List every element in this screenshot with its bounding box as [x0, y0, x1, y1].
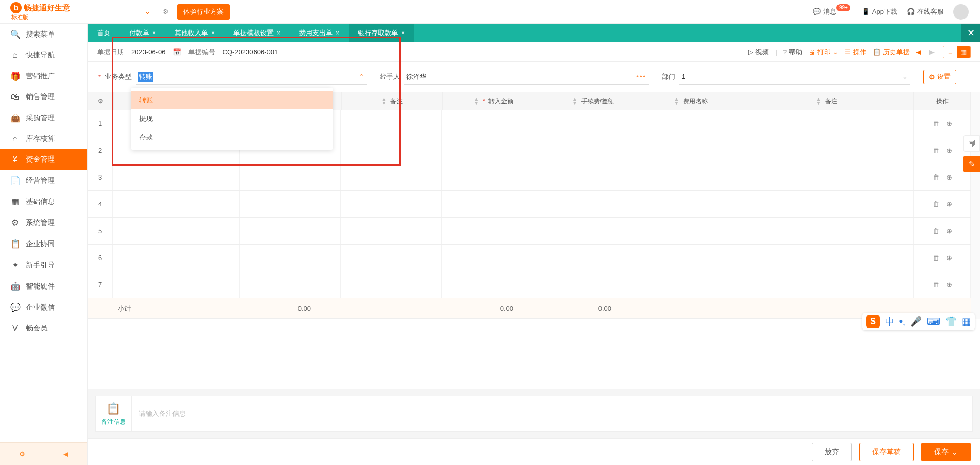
help-link[interactable]: ? 帮助	[783, 47, 802, 57]
card-view-icon[interactable]: ▦	[957, 46, 970, 58]
cell[interactable]	[543, 137, 641, 164]
sidebar-item-6[interactable]: ¥资金管理	[0, 149, 87, 170]
sidebar-item-8[interactable]: ▦基础信息	[0, 191, 87, 212]
cell[interactable]	[341, 110, 442, 137]
add-row-icon[interactable]: ⊕	[946, 120, 952, 127]
sidebar-item-1[interactable]: ⌂快捷导航	[0, 45, 87, 66]
add-row-icon[interactable]: ⊕	[946, 147, 952, 154]
cell[interactable]	[641, 137, 739, 164]
sidebar-item-14[interactable]: V畅会员	[0, 318, 87, 339]
cell[interactable]	[739, 271, 914, 298]
cell[interactable]	[641, 110, 739, 137]
close-icon[interactable]: ×	[211, 29, 215, 37]
cell[interactable]	[739, 245, 914, 271]
cell[interactable]	[113, 191, 240, 217]
history-button[interactable]: 📋 历史单据	[873, 47, 910, 57]
col-fee-name[interactable]: ▲▼费用名称	[642, 92, 740, 110]
close-icon[interactable]: ×	[277, 29, 280, 37]
avatar[interactable]	[953, 4, 969, 20]
cell[interactable]	[341, 191, 442, 217]
cell[interactable]	[641, 164, 739, 190]
add-row-icon[interactable]: ⊕	[946, 281, 952, 288]
close-icon[interactable]: ×	[152, 29, 156, 37]
cell[interactable]	[442, 191, 543, 217]
cell[interactable]	[113, 271, 240, 298]
cell[interactable]	[240, 245, 341, 271]
tab-3[interactable]: 单据模板设置×	[224, 24, 290, 42]
collapse-icon[interactable]: ◀	[63, 450, 68, 458]
cell[interactable]	[442, 271, 543, 298]
biz-type-select[interactable]: 转账 ⌃	[136, 69, 367, 85]
ime-skin-icon[interactable]: 👕	[945, 316, 957, 327]
biz-type-option-0[interactable]: 转账	[131, 91, 333, 109]
gear-icon[interactable]: ⚙	[157, 8, 174, 15]
tab-5[interactable]: 银行存取款单×	[349, 24, 414, 42]
save-button[interactable]: 保存⌄	[921, 443, 971, 461]
app-download-button[interactable]: 📱 App下载	[862, 7, 897, 17]
sidebar-item-5[interactable]: ⌂库存核算	[0, 129, 87, 149]
cell[interactable]	[641, 218, 739, 244]
rail-button-2[interactable]: ✎	[963, 156, 980, 172]
cell[interactable]	[543, 218, 641, 244]
sidebar-item-10[interactable]: 📋企业协同	[0, 233, 87, 254]
col-fee-diff[interactable]: ▲▼手续费/差额	[544, 92, 642, 110]
sidebar-item-4[interactable]: 👜采购管理	[0, 107, 87, 129]
cell[interactable]	[113, 245, 240, 271]
prev-doc-button[interactable]: ◀	[916, 48, 923, 56]
ime-bar[interactable]: S 中 •, 🎤 ⌨ 👕 ▦	[862, 313, 975, 330]
ime-voice-icon[interactable]: 🎤	[910, 316, 922, 327]
cell[interactable]	[113, 164, 240, 190]
tab-0[interactable]: 首页	[88, 24, 120, 42]
view-toggle[interactable]: ≡ ▦	[943, 46, 971, 58]
tab-4[interactable]: 费用支出单×	[290, 24, 349, 42]
sidebar-item-7[interactable]: 📄经营管理	[0, 170, 87, 191]
sidebar-item-2[interactable]: 🎁营销推广	[0, 66, 87, 87]
cell[interactable]	[641, 245, 739, 271]
cell[interactable]	[341, 218, 442, 244]
cell[interactable]	[739, 218, 914, 244]
cell[interactable]	[341, 137, 442, 164]
cell[interactable]	[543, 271, 641, 298]
ime-punct-icon[interactable]: •,	[899, 316, 905, 327]
add-row-icon[interactable]: ⊕	[946, 173, 952, 181]
cell[interactable]	[442, 110, 543, 137]
cell[interactable]	[240, 218, 341, 244]
cell[interactable]	[240, 271, 341, 298]
cell[interactable]	[442, 164, 543, 190]
cell[interactable]	[739, 191, 914, 217]
column-config-icon[interactable]: ⚙	[88, 92, 114, 110]
cell[interactable]	[641, 271, 739, 298]
save-draft-button[interactable]: 保存草稿	[859, 443, 914, 461]
cell[interactable]	[543, 245, 641, 271]
ime-keyboard-icon[interactable]: ⌨	[927, 316, 940, 327]
sidebar-item-9[interactable]: ⚙系统管理	[0, 212, 87, 233]
close-icon[interactable]: ×	[401, 29, 405, 37]
cell[interactable]	[442, 137, 543, 164]
sidebar-item-12[interactable]: 🤖智能硬件	[0, 276, 87, 297]
cell[interactable]	[543, 191, 641, 217]
delete-row-icon[interactable]: 🗑	[932, 200, 939, 208]
tab-2[interactable]: 其他收入单×	[165, 24, 224, 42]
industry-plan-button[interactable]: 体验行业方案	[177, 4, 230, 20]
more-icon[interactable]: •••	[636, 73, 646, 81]
cell[interactable]	[739, 110, 914, 137]
cell[interactable]	[341, 164, 442, 190]
cell[interactable]	[240, 191, 341, 217]
delete-row-icon[interactable]: 🗑	[932, 254, 939, 262]
delete-row-icon[interactable]: 🗑	[932, 120, 939, 127]
ime-menu-icon[interactable]: ▦	[962, 316, 971, 327]
add-row-icon[interactable]: ⊕	[946, 254, 952, 262]
cell[interactable]	[543, 164, 641, 190]
delete-row-icon[interactable]: 🗑	[932, 227, 939, 235]
close-icon[interactable]: ×	[336, 29, 339, 37]
online-service-button[interactable]: 🎧 在线客服	[907, 7, 944, 17]
delete-row-icon[interactable]: 🗑	[932, 147, 939, 154]
table-row[interactable]: 6🗑⊕	[88, 245, 971, 271]
cell[interactable]	[641, 191, 739, 217]
remark-input[interactable]: 请输入备注信息	[132, 396, 972, 431]
handler-input[interactable]: 徐泽华 •••	[404, 69, 649, 85]
settings-button[interactable]: ⚙ 设置	[923, 70, 956, 84]
org-selector[interactable]: ⌄	[93, 7, 157, 17]
cell[interactable]	[442, 218, 543, 244]
biz-type-option-1[interactable]: 提现	[131, 109, 333, 128]
